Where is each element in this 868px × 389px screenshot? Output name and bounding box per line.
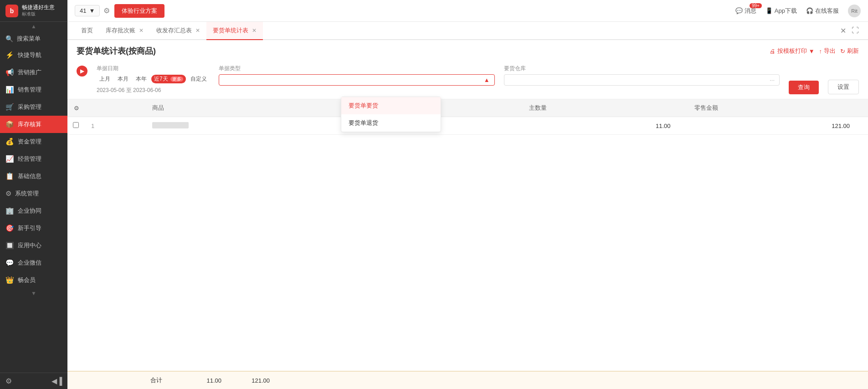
sidebar-item-member[interactable]: 👑畅会员 (0, 271, 67, 289)
sidebar-item-label: 企业微信 (18, 259, 41, 267)
custom-date-button[interactable]: 自定义 (188, 74, 210, 84)
sidebar-item-enterprise[interactable]: 🏢企业协同 (0, 202, 67, 220)
sidebar-item-label: 营销推广 (18, 68, 41, 77)
refresh-button[interactable]: ↻ 刷新 (840, 47, 859, 55)
system-icon: ⚙ (5, 189, 11, 198)
sidebar-item-label: 快捷导航 (18, 51, 41, 59)
td-index: 1 (86, 117, 147, 135)
trial-button[interactable]: 体验行业方案 (114, 4, 164, 18)
app-download-label: App下载 (775, 7, 797, 15)
sidebar-item-marketing[interactable]: 📢营销推广 (0, 64, 67, 81)
sidebar-item-label: 采购管理 (18, 103, 41, 111)
recent-7-label: 近7天 (154, 76, 168, 82)
sidebar-item-purchase[interactable]: 🛒采购管理 (0, 98, 67, 116)
sidebar-item-apps[interactable]: 🔲应用中心 (0, 237, 67, 254)
header-gear-icon[interactable]: ⚙ (103, 6, 110, 15)
sidebar-item-basic[interactable]: 📋基础信息 (0, 168, 67, 185)
wechat-icon: 💬 (5, 259, 14, 267)
tab-receive-summary[interactable]: 收发存汇总表 ✕ (150, 22, 206, 40)
sidebar-item-management[interactable]: 📈经营管理 (0, 150, 67, 168)
type-select-value (224, 77, 226, 83)
td-checkbox[interactable] (67, 117, 86, 135)
prev-month-button[interactable]: 上月 (97, 74, 113, 84)
user-avatar[interactable]: Rit (848, 5, 861, 17)
recent-7-button[interactable]: 近7天 更多 (151, 75, 186, 83)
sidebar-item-label: 库存核算 (18, 120, 41, 128)
sidebar-item-label: 企业协同 (18, 207, 41, 215)
type-filter-label: 单据类型 (219, 65, 494, 72)
sidebar-item-system[interactable]: ⚙系统管理 (0, 185, 67, 202)
search-label: 搜索菜单 (17, 35, 41, 43)
sidebar-item-label: 新手引导 (18, 224, 41, 232)
tab-bar-actions: ✕ ⛶ (838, 25, 861, 37)
tab-order-summary[interactable]: 要货单统计表 ✕ (206, 22, 263, 40)
filter-settings-button[interactable]: 设置 (828, 80, 859, 94)
sidebar-item-wechat[interactable]: 💬企业微信 (0, 254, 67, 271)
logo-sub: 标准版 (22, 11, 55, 17)
message-button[interactable]: 💬 消息 99+ (735, 7, 756, 15)
settings-icon[interactable]: ⚙ (5, 377, 12, 385)
query-button[interactable]: 查询 (789, 81, 819, 94)
dropdown-item-order-purchase[interactable]: 要货单要货 (341, 97, 441, 114)
app-download-button[interactable]: 📱 App下载 (765, 7, 797, 15)
warehouse-input[interactable]: ··· (504, 74, 780, 86)
sidebar-item-label: 销售管理 (18, 86, 41, 94)
page-title: 要货单统计表(按商品) (77, 46, 156, 56)
date-range-display: 2023-05-06 至 2023-06-06 (97, 87, 210, 94)
date-filter-label: 单据日期 (97, 65, 210, 72)
guide-icon: 🎯 (5, 224, 14, 232)
tab-home[interactable]: 首页 (75, 22, 99, 40)
filter-expand-button[interactable]: ▶ (77, 66, 87, 77)
date-quick-buttons: 上月 本月 本年 近7天 更多 自定义 (97, 74, 210, 84)
sidebar-search[interactable]: 🔍 搜索菜单 (0, 31, 67, 46)
chevron-down-icon: ▼ (89, 7, 95, 14)
apps-icon: 🔲 (5, 241, 14, 250)
quick-nav-icon: ⚡ (5, 51, 14, 59)
print-button[interactable]: 🖨 按模板打印 ▼ (770, 47, 815, 55)
td-product (147, 117, 350, 135)
marketing-icon: 📢 (5, 68, 14, 77)
this-month-button[interactable]: 本月 (115, 74, 131, 84)
export-button[interactable]: ↑ 导出 (819, 47, 836, 55)
refresh-label: 刷新 (847, 47, 859, 55)
th-product: 商品 (147, 99, 350, 117)
collapse-icon[interactable]: ◀▐ (51, 377, 62, 385)
store-selector[interactable]: 41 ▼ (75, 5, 100, 16)
date-filter-group: 单据日期 上月 本月 本年 近7天 更多 自定义 2023-05-06 至 20… (97, 65, 210, 94)
online-service-button[interactable]: 🎧 在线客服 (806, 7, 839, 15)
finance-icon: 💰 (5, 138, 14, 146)
sidebar-item-quick-nav[interactable]: ⚡快捷导航 (0, 46, 67, 64)
sidebar-item-label: 基础信息 (18, 172, 41, 180)
tab-batch-account[interactable]: 库存批次账 ✕ (99, 22, 150, 40)
tab-maximize-button[interactable]: ⛶ (850, 25, 861, 36)
tab-receive-summary-close[interactable]: ✕ (195, 27, 200, 34)
more-badge: 更多 (170, 77, 183, 82)
refresh-icon: ↻ (840, 48, 845, 55)
sidebar-scroll-up[interactable]: ▲ (0, 22, 67, 31)
dropdown-item-order-return[interactable]: 要货单退货 (341, 114, 441, 132)
search-icon: 🔍 (5, 35, 13, 42)
sidebar-item-sales[interactable]: 📊销售管理 (0, 81, 67, 98)
sidebar-item-inventory[interactable]: 📦库存核算 (0, 116, 67, 133)
sidebar-item-guide[interactable]: 🎯新手引导 (0, 220, 67, 237)
header-right: 💬 消息 99+ 📱 App下载 🎧 在线客服 Rit (735, 5, 861, 17)
this-year-button[interactable]: 本年 (133, 74, 149, 84)
tab-batch-account-close[interactable]: ✕ (139, 27, 144, 34)
tab-order-summary-close[interactable]: ✕ (252, 27, 257, 34)
enterprise-icon: 🏢 (5, 207, 14, 215)
main-area: 41 ▼ ⚙ 体验行业方案 💬 消息 99+ 📱 App下载 🎧 在线客服 Ri… (67, 0, 868, 389)
tab-close-all-button[interactable]: ✕ (838, 25, 848, 37)
th-settings[interactable]: ⚙ (67, 99, 86, 117)
table-container: ⚙ 商品 主计量单位 主数量 零售金额 1 块 11.00 121.00 (67, 99, 868, 371)
type-select-box[interactable]: ▲ (219, 74, 494, 86)
summary-row: 合计 11.00 121.00 (67, 371, 868, 389)
tab-bar: 首页 库存批次账 ✕ 收发存汇总表 ✕ 要货单统计表 ✕ ✕ ⛶ (67, 22, 868, 40)
summary-quantity: 11.00 (180, 377, 221, 384)
inventory-icon: 📦 (5, 120, 14, 128)
sidebar-scroll-down[interactable]: ▼ (0, 289, 67, 298)
warehouse-filter-label: 要货仓库 (504, 65, 780, 72)
message-badge: 99+ (750, 3, 762, 8)
page-header: 要货单统计表(按商品) 🖨 按模板打印 ▼ ↑ 导出 ↻ 刷新 (67, 40, 868, 60)
type-filter-group: 单据类型 ▲ (219, 65, 494, 86)
sidebar-item-finance[interactable]: 💰资金管理 (0, 133, 67, 150)
